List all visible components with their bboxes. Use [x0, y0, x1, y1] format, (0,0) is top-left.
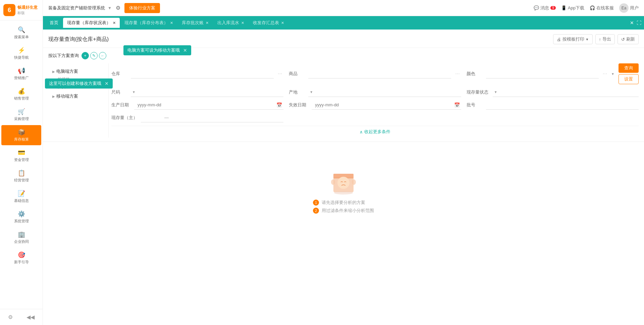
tab-stock-status[interactable]: 现存量（库存状况表） ✕: [63, 18, 120, 28]
stock-range-min[interactable]: [142, 115, 162, 120]
headset-icon: 🎧: [590, 5, 595, 10]
tab-stock-batch[interactable]: 库存批次账 ✕: [178, 18, 213, 28]
trial-button[interactable]: 体验行业方案: [124, 3, 160, 13]
sidebar-item-finance[interactable]: 💳 资金管理: [1, 146, 41, 166]
sidebar-item-enterprise[interactable]: 🏢 企业协同: [1, 227, 41, 248]
origin-dropdown-icon: ▼: [310, 90, 313, 94]
print-btn[interactable]: 🖨 按模板打印 ▼: [553, 34, 593, 44]
produce-date-wrap: 📅: [134, 100, 283, 110]
refresh-btn[interactable]: ↺ 刷新: [618, 34, 639, 44]
tooltip-create-scheme: 这里可以创建和修改方案哦 ✕: [45, 78, 113, 89]
chevron-up-icon: ∧: [360, 129, 363, 134]
purchase-icon: 🛒: [18, 108, 25, 115]
search-btn[interactable]: 查询: [619, 63, 639, 73]
color-dots[interactable]: ···: [601, 71, 608, 77]
app-download-btn[interactable]: 📱 App下载: [561, 5, 584, 11]
logo-text: 畅通好生意 标版: [17, 5, 38, 15]
sidebar-item-basic[interactable]: 📝 基础信息: [1, 186, 41, 207]
scheme-desktop-group[interactable]: ▶ 电脑端方案: [51, 67, 106, 75]
sidebar-item-sales[interactable]: 💰 销售管理: [1, 84, 41, 104]
tab-collect-close[interactable]: ✕: [281, 21, 284, 25]
system-dropdown-btn[interactable]: ▼: [108, 6, 112, 10]
tab-in-out[interactable]: 出入库流水 ✕: [213, 18, 248, 28]
support-btn[interactable]: 🎧 在线客服: [590, 5, 614, 11]
search-icon: 🔍: [18, 26, 25, 34]
sidebar-item-quick[interactable]: ⚡ 快捷导航: [1, 43, 41, 63]
message-label: 消息: [540, 5, 549, 11]
message-btn[interactable]: 💬 消息 9: [534, 5, 556, 11]
tab-stock-dist[interactable]: 现存量（库存分布表） ✕: [120, 18, 177, 28]
filter-label: 按以下方案查询: [48, 53, 79, 59]
system-name: 装备及固定资产辅助管理系统: [48, 5, 105, 11]
top-header: 装备及固定资产辅助管理系统 ▼ ⚙ 体验行业方案 💬 消息 9 📱 App下载 …: [43, 0, 644, 16]
refresh-label: 刷新: [626, 36, 635, 42]
expire-date-input[interactable]: [313, 101, 454, 109]
tab-stock-batch-close[interactable]: ✕: [206, 21, 209, 25]
sidebar-item-operations-label: 经营管理: [14, 178, 29, 183]
expire-date-calendar-icon[interactable]: 📅: [454, 102, 460, 108]
sidebar-item-operations[interactable]: 📋 经营管理: [1, 166, 41, 186]
collapse-label: 收起更多条件: [364, 129, 390, 135]
batch-input-wrap: [486, 100, 639, 110]
tab-stock-status-close[interactable]: ✕: [113, 21, 116, 25]
sidebar-item-search-label: 搜索菜单: [14, 35, 29, 40]
produce-date-input[interactable]: [136, 101, 276, 109]
step-2-text: 用过滤条件来缩小分析范围: [322, 208, 374, 214]
sidebar-item-marketing[interactable]: 📢 营销推广: [1, 64, 41, 84]
collapse-sidebar-btn[interactable]: ◀◀: [25, 313, 36, 322]
export-btn[interactable]: ↑ 导出: [595, 34, 615, 44]
page-actions: 🖨 按模板打印 ▼ ↑ 导出 ↺ 刷新: [553, 34, 639, 44]
tab-in-out-close[interactable]: ✕: [241, 21, 244, 25]
tab-stock-batch-label: 库存批次账: [182, 20, 204, 26]
sidebar-item-system[interactable]: ⚙️ 系统管理: [1, 207, 41, 227]
settings-bottom-btn[interactable]: ⚙: [7, 313, 14, 322]
filter-section: 按以下方案查询 + ✎ ← 电脑方案可设为移动方案哦 ✕: [43, 48, 644, 142]
add-scheme-btn[interactable]: +: [82, 52, 89, 59]
tooltip1-close-btn[interactable]: ✕: [183, 48, 187, 53]
desktop-scheme-label: 电脑端方案: [56, 68, 78, 74]
stock-main-label: 现存量（主）: [111, 115, 138, 121]
stock-status-cell: 现存量状态 ▼: [467, 88, 639, 97]
sidebar-item-quick-label: 快捷导航: [14, 55, 29, 60]
settings-gear-btn[interactable]: ⚙: [114, 3, 122, 12]
filter-row-3: 生产日期 📅 失效日期 📅: [111, 100, 639, 110]
newbie-icon: 🎯: [18, 251, 25, 259]
sidebar-item-inventory[interactable]: 📦 库存核算: [1, 125, 41, 145]
collapse-btn[interactable]: ∧ 收起更多条件: [111, 126, 639, 138]
sidebar-item-purchase[interactable]: 🛒 采购管理: [1, 105, 41, 125]
user-area[interactable]: Ea 用户: [619, 3, 639, 13]
tab-fullscreen-btn[interactable]: ⛶: [637, 20, 641, 25]
tab-home[interactable]: 首页: [46, 18, 62, 28]
tooltip2-close-btn[interactable]: ✕: [105, 81, 109, 86]
tab-stock-dist-close[interactable]: ✕: [170, 21, 173, 25]
warehouse-dots[interactable]: ···: [276, 71, 283, 77]
svg-point-4: [352, 179, 356, 185]
sidebar-item-search[interactable]: 🔍 搜索菜单: [1, 23, 41, 43]
content-inner: 现存量查询(按仓库+商品) 🖨 按模板打印 ▼ ↑ 导出 ↺ 刷新: [43, 30, 644, 325]
scheme-mobile-group[interactable]: ▶ 移动端方案: [51, 92, 106, 100]
header-right: 💬 消息 9 📱 App下载 🎧 在线客服 Ea 用户: [534, 3, 639, 13]
produce-date-calendar-icon[interactable]: 📅: [276, 102, 282, 108]
stock-status-dropdown-icon: ▼: [494, 90, 497, 94]
operations-icon: 📋: [18, 169, 25, 177]
tooltip1-text: 电脑方案可设为移动方案哦: [127, 47, 180, 53]
message-icon: 💬: [534, 5, 539, 10]
sidebar-item-newbie[interactable]: 🎯 新手引导: [1, 248, 41, 268]
tab-collect[interactable]: 收发存汇总表 ✕: [249, 18, 288, 28]
filter-row-2: 尺码 ▼ 产地 ▼: [111, 88, 639, 97]
sidebar-item-basic-label: 基础信息: [14, 198, 29, 203]
size-cell: 尺码 ▼: [111, 88, 283, 97]
tab-close-all-btn[interactable]: ✕: [630, 20, 634, 25]
reset-btn[interactable]: 设置: [619, 74, 639, 84]
sales-icon: 💰: [18, 88, 25, 95]
edit-scheme-btn[interactable]: ✎: [90, 52, 98, 59]
warehouse-input-wrap: [131, 69, 274, 78]
back-scheme-btn[interactable]: ←: [99, 52, 106, 59]
goods-dots[interactable]: ···: [454, 71, 461, 77]
filter-row-4: 现存量（主） —: [111, 113, 639, 122]
print-dropdown-icon: ▼: [586, 38, 589, 41]
stock-dash: —: [164, 115, 169, 120]
filter-grid: 仓库 ··· 商品 ··· 颜色: [111, 63, 639, 138]
goods-cell: 商品 ···: [289, 63, 461, 84]
page-title: 现存量查询(按仓库+商品): [48, 36, 109, 43]
